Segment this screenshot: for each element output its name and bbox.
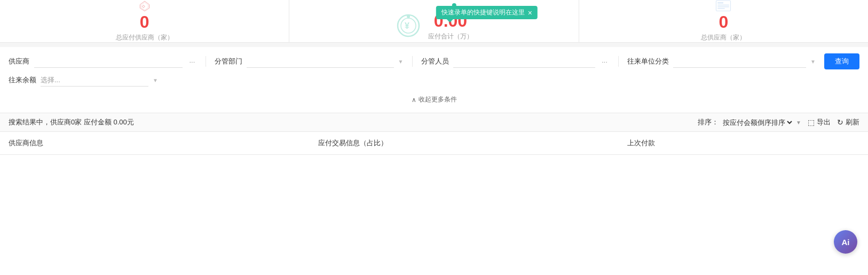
export-button[interactable]: ⬚ 导出 [808,117,831,127]
balance-filter: 往来余额 选择... ▼ [9,74,158,87]
divider-2 [412,56,413,67]
diamond-logo-icon: ◇ [131,0,158,12]
person-filter: 分管人员 ··· [421,55,610,68]
person-more-button[interactable]: ··· [599,58,610,66]
divider-1 [206,56,206,67]
coin-icon: ¥ [395,12,422,39]
svg-text:¥: ¥ [405,21,409,30]
shortcut-tooltip: 快速录单的快捷键说明在这里 × [436,6,538,19]
refresh-button[interactable]: ↻ 刷新 [837,117,859,127]
export-label: 导出 [817,117,831,127]
svg-rect-9 [718,5,730,6]
supplier-more-button[interactable]: ··· [187,58,197,66]
table-container: 供应商信息 应付交易信息（占比） 上次付款 [0,132,868,275]
person-label: 分管人员 [421,57,449,66]
department-filter: 分管部门 ▼ [215,55,403,68]
supplier-filter: 供应商 ··· [9,55,197,68]
total-payable-suppliers-label: 总应付供应商（家） [116,33,173,42]
stats-bar: ◇ 0 总应付供应商（家） 快速录单的快捷键说明在这里 × ¥ [0,0,868,43]
stat-total-payable-suppliers: ◇ 0 总应付供应商（家） [0,0,289,42]
unit-category-label: 往来单位分类 [627,57,669,66]
results-bar: 搜索结果中，供应商0家 应付金额 0.00元 排序： 按应付会额倒序排序 ▼ ⬚… [0,113,868,132]
department-dropdown-icon[interactable]: ▼ [398,59,404,65]
results-info: 搜索结果中，供应商0家 应付金额 0.00元 [9,117,134,127]
collapse-label: 收起更多条件 [419,95,457,104]
divider-3 [618,56,619,67]
department-label: 分管部门 [215,57,242,66]
svg-rect-7 [716,1,731,11]
collapse-up-icon: ∧ [412,96,416,104]
svg-rect-8 [718,2,724,3]
department-input[interactable] [247,55,393,68]
total-suppliers-label: 总供应商（家） [701,33,746,42]
sort-text: 排序： [698,117,719,127]
total-payable-suppliers-number: 0 [140,12,149,32]
stat-payable-total: 快速录单的快捷键说明在这里 × ¥ 0.00 应付合计（万） [289,0,579,42]
unit-category-input[interactable] [673,55,806,68]
refresh-label: 刷新 [846,117,859,127]
document-icon [710,0,737,12]
filter-row-1: 供应商 ··· 分管部门 ▼ 分管人员 ··· 往来单位分类 ▼ 查询 [9,53,859,69]
col-last-payment-header: 上次付款 [627,138,859,148]
sort-dropdown-icon[interactable]: ▼ [796,120,801,125]
unit-category-filter: 往来单位分类 ▼ [627,55,816,68]
total-suppliers-number: 0 [719,12,728,32]
svg-rect-10 [718,6,730,7]
table-body [0,155,868,275]
balance-label: 往来余额 [9,75,36,85]
svg-point-6 [407,15,410,18]
filter-row-2: 往来余额 选择... ▼ [9,74,859,87]
ai-button[interactable]: Ai [834,230,857,254]
collapse-row: ∧ 收起更多条件 [9,91,859,108]
balance-dropdown-icon[interactable]: ▼ [153,77,158,83]
stat-total-suppliers: 0 总供应商（家） [579,0,868,42]
balance-select[interactable]: 选择... [41,74,148,87]
collapse-button[interactable]: ∧ 收起更多条件 [405,94,463,105]
table-header: 供应商信息 应付交易信息（占比） 上次付款 [0,132,868,155]
filter-section: 供应商 ··· 分管部门 ▼ 分管人员 ··· 往来单位分类 ▼ 查询 [0,47,868,113]
sort-control: 排序： 按应付会额倒序排序 ▼ [698,117,801,127]
tooltip-close-button[interactable]: × [528,9,532,17]
svg-rect-11 [718,8,725,9]
supplier-label: 供应商 [9,57,30,66]
svg-text:◇: ◇ [141,4,145,8]
refresh-icon: ↻ [837,118,843,127]
tooltip-text: 快速录单的快捷键说明在这里 [441,8,525,17]
supplier-input[interactable] [34,55,183,68]
search-button[interactable]: 查询 [824,53,859,69]
person-input[interactable] [453,55,595,68]
export-icon: ⬚ [808,118,815,127]
payable-total-label: 应付合计（万） [428,32,473,41]
sort-select[interactable]: 按应付会额倒序排序 [721,118,794,127]
col-supplier-info-header: 供应商信息 [9,138,318,148]
col-transaction-header: 应付交易信息（占比） [318,138,628,148]
tooltip-container: 快速录单的快捷键说明在这里 × [436,3,456,7]
unit-category-dropdown-icon[interactable]: ▼ [810,59,816,65]
results-actions: 排序： 按应付会额倒序排序 ▼ ⬚ 导出 ↻ 刷新 [698,117,859,127]
